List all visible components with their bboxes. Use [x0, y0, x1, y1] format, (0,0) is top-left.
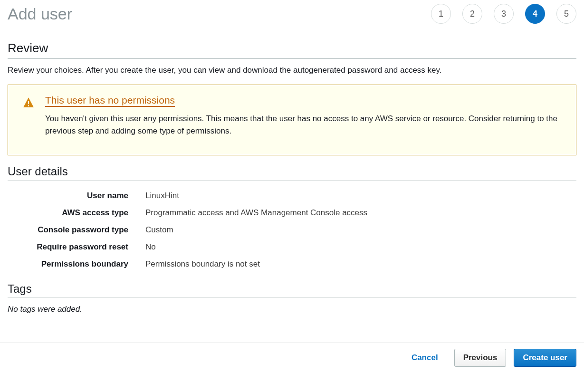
detail-label: Permissions boundary [8, 259, 145, 269]
warning-title-link[interactable]: This user has no permissions [45, 95, 175, 107]
step-2[interactable]: 2 [462, 4, 482, 24]
review-heading: Review [8, 41, 576, 56]
header: Add user 1 2 3 4 5 [0, 0, 584, 29]
detail-row: User name LinuxHint [8, 187, 576, 204]
cancel-button[interactable]: Cancel [403, 349, 447, 366]
wizard-footer: Cancel Previous Create user [0, 343, 584, 373]
wizard-stepper: 1 2 3 4 5 [431, 4, 576, 24]
user-details-table: User name LinuxHint AWS access type Prog… [8, 187, 576, 273]
svg-rect-1 [28, 105, 29, 106]
tags-empty-text: No tags were added. [8, 305, 576, 314]
step-3[interactable]: 3 [494, 4, 514, 24]
page-title: Add user [8, 5, 72, 23]
divider [8, 58, 576, 59]
review-description: Review your choices. After you create th… [8, 66, 576, 75]
detail-value: Programmatic access and AWS Management C… [145, 208, 367, 218]
user-details-heading: User details [8, 165, 576, 178]
step-1[interactable]: 1 [431, 4, 451, 24]
detail-label: Console password type [8, 225, 145, 235]
detail-label: AWS access type [8, 208, 145, 218]
detail-label: Require password reset [8, 242, 145, 252]
divider [8, 180, 576, 181]
svg-rect-0 [28, 101, 29, 105]
step-4[interactable]: 4 [525, 4, 545, 24]
detail-value: No [145, 242, 156, 252]
create-user-button[interactable]: Create user [514, 349, 576, 367]
detail-value: LinuxHint [145, 191, 179, 201]
step-5[interactable]: 5 [556, 4, 576, 24]
divider [8, 297, 576, 298]
warning-text: You haven't given this user any permissi… [45, 113, 562, 138]
warning-box: This user has no permissions You haven't… [8, 85, 576, 155]
previous-button[interactable]: Previous [454, 349, 507, 367]
detail-value: Custom [145, 225, 173, 235]
detail-value: Permissions boundary is not set [145, 259, 260, 269]
warning-icon [22, 96, 35, 138]
detail-row: Require password reset No [8, 239, 576, 256]
detail-row: Permissions boundary Permissions boundar… [8, 256, 576, 273]
detail-label: User name [8, 191, 145, 201]
tags-heading: Tags [8, 282, 576, 296]
detail-row: AWS access type Programmatic access and … [8, 204, 576, 221]
detail-row: Console password type Custom [8, 221, 576, 239]
